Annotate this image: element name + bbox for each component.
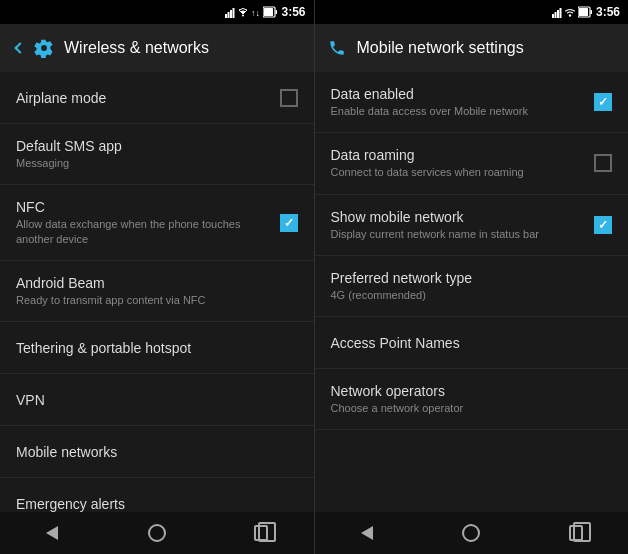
airplane-mode-checkbox[interactable] — [280, 89, 298, 107]
setting-title: Tethering & portable hotspot — [16, 340, 298, 356]
setting-title: Data roaming — [331, 147, 587, 163]
setting-title: Mobile networks — [16, 444, 298, 460]
left-status-bar: ↑↓ 3:56 — [0, 0, 314, 24]
list-item[interactable]: Network operators Choose a network opera… — [315, 369, 629, 430]
svg-rect-8 — [264, 8, 273, 16]
left-header-title: Wireless & networks — [64, 39, 209, 57]
setting-content: Tethering & portable hotspot — [16, 340, 298, 356]
list-item[interactable]: Android Beam Ready to transmit app conte… — [0, 261, 314, 322]
back-button[interactable] — [32, 518, 72, 548]
setting-subtitle: Connect to data services when roaming — [331, 165, 587, 179]
right-nav-bar — [315, 512, 629, 554]
list-item[interactable]: Emergency alerts — [0, 478, 314, 512]
svg-rect-9 — [552, 14, 554, 18]
right-status-bar: 3:56 — [315, 0, 629, 24]
left-panel: ↑↓ 3:56 Wireless & networks Airplane mod… — [0, 0, 314, 554]
svg-rect-10 — [554, 12, 556, 18]
list-item[interactable]: Preferred network type 4G (recommended) — [315, 256, 629, 317]
svg-rect-12 — [559, 8, 561, 18]
list-item[interactable]: Default SMS app Messaging — [0, 124, 314, 185]
setting-content: Show mobile network Display current netw… — [331, 209, 587, 241]
left-nav-bar — [0, 512, 314, 554]
left-header: Wireless & networks — [0, 24, 314, 72]
data-icon: ↑↓ — [251, 6, 261, 18]
battery-icon — [263, 6, 277, 18]
home-circle-icon — [148, 524, 166, 542]
list-item[interactable]: Airplane mode — [0, 72, 314, 124]
setting-title: Data enabled — [331, 86, 587, 102]
list-item[interactable]: Access Point Names — [315, 317, 629, 369]
setting-content: Android Beam Ready to transmit app conte… — [16, 275, 298, 307]
list-item[interactable]: Show mobile network Display current netw… — [315, 195, 629, 256]
setting-title: Access Point Names — [331, 335, 613, 351]
setting-subtitle: Ready to transmit app content via NFC — [16, 293, 298, 307]
setting-content: Data roaming Connect to data services wh… — [331, 147, 587, 179]
setting-title: Default SMS app — [16, 138, 298, 154]
data-enabled-checkbox[interactable] — [594, 93, 612, 111]
setting-title: Android Beam — [16, 275, 298, 291]
setting-content: Access Point Names — [331, 335, 613, 351]
show-mobile-network-checkbox[interactable] — [594, 216, 612, 234]
list-item[interactable]: Data enabled Enable data access over Mob… — [315, 72, 629, 133]
list-item[interactable]: Data roaming Connect to data services wh… — [315, 133, 629, 194]
setting-subtitle: Choose a network operator — [331, 401, 613, 415]
setting-content: Mobile networks — [16, 444, 298, 460]
setting-title: NFC — [16, 199, 272, 215]
setting-content: Network operators Choose a network opera… — [331, 383, 613, 415]
svg-rect-15 — [590, 10, 592, 14]
svg-text:↑↓: ↑↓ — [251, 8, 260, 18]
setting-subtitle: Display current network name in status b… — [331, 227, 587, 241]
list-item[interactable]: Tethering & portable hotspot — [0, 322, 314, 374]
wifi-icon-right — [564, 7, 576, 17]
left-status-icons: ↑↓ — [225, 6, 277, 18]
signal-icon — [225, 6, 235, 18]
right-recents-button[interactable] — [556, 518, 596, 548]
data-roaming-checkbox[interactable] — [594, 154, 612, 172]
phone-icon — [327, 38, 347, 58]
recents-icon — [254, 525, 268, 541]
setting-title: VPN — [16, 392, 298, 408]
back-arrow-icon — [46, 526, 58, 540]
left-time: 3:56 — [281, 5, 305, 19]
list-item[interactable]: VPN — [0, 374, 314, 426]
right-recents-icon — [569, 525, 583, 541]
setting-content: NFC Allow data exchange when the phone t… — [16, 199, 272, 246]
svg-rect-16 — [579, 8, 588, 16]
setting-content: Data enabled Enable data access over Mob… — [331, 86, 587, 118]
home-button[interactable] — [137, 518, 177, 548]
setting-content: Preferred network type 4G (recommended) — [331, 270, 613, 302]
right-back-button[interactable] — [347, 518, 387, 548]
svg-rect-1 — [228, 12, 230, 18]
battery-icon-right — [578, 6, 592, 18]
recents-button[interactable] — [241, 518, 281, 548]
list-item[interactable]: NFC Allow data exchange when the phone t… — [0, 185, 314, 261]
svg-point-13 — [569, 14, 571, 16]
left-settings-list: Airplane mode Default SMS app Messaging … — [0, 72, 314, 512]
right-home-circle-icon — [462, 524, 480, 542]
svg-rect-7 — [276, 10, 278, 14]
setting-content: Emergency alerts — [16, 496, 298, 512]
svg-rect-3 — [233, 8, 235, 18]
right-settings-list: Data enabled Enable data access over Mob… — [315, 72, 629, 512]
wifi-icon — [237, 7, 249, 17]
nfc-checkbox[interactable] — [280, 214, 298, 232]
setting-subtitle: Messaging — [16, 156, 298, 170]
gear-icon — [34, 38, 54, 58]
list-item[interactable]: Mobile networks — [0, 426, 314, 478]
svg-point-4 — [242, 15, 244, 17]
setting-content: VPN — [16, 392, 298, 408]
setting-title: Emergency alerts — [16, 496, 298, 512]
right-back-arrow-icon — [361, 526, 373, 540]
setting-subtitle: 4G (recommended) — [331, 288, 613, 302]
right-status-icons — [552, 6, 592, 18]
setting-content: Airplane mode — [16, 90, 272, 106]
right-home-button[interactable] — [451, 518, 491, 548]
setting-content: Default SMS app Messaging — [16, 138, 298, 170]
right-panel: 3:56 Mobile network settings Data enable… — [315, 0, 629, 554]
setting-title: Show mobile network — [331, 209, 587, 225]
signal-icon-right — [552, 6, 562, 18]
right-header-title: Mobile network settings — [357, 39, 524, 57]
back-chevron-icon[interactable] — [12, 44, 24, 52]
setting-title: Network operators — [331, 383, 613, 399]
setting-subtitle: Allow data exchange when the phone touch… — [16, 217, 272, 246]
